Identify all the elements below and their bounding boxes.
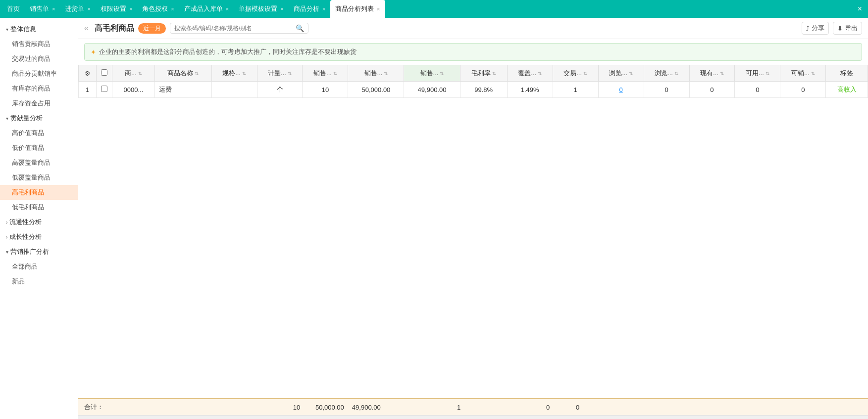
row-sales-cost: 49,900.00 — [404, 82, 460, 98]
filter-recent-month-button[interactable]: 近一月 — [138, 23, 166, 34]
footer-sales-qty: 10 — [282, 404, 311, 411]
sidebar-item-low-coverage[interactable]: 低覆盖量商品 — [0, 170, 78, 185]
sort-icon-browse1: ⇅ — [629, 71, 633, 76]
tab-sales-order[interactable]: 销售单 × — [25, 0, 60, 18]
sidebar: ▾ 整体信息 销售贡献商品 交易过的商品 商品分贡献销率 有库存的商品 库存资金… — [0, 18, 78, 419]
tab-home[interactable]: 首页 — [2, 0, 25, 18]
row-code: 0000... — [112, 82, 155, 98]
col-tag: 标签 — [826, 65, 868, 82]
sidebar-item-stock-capital[interactable]: 库存资金占用 — [0, 96, 78, 111]
col-name[interactable]: 商品名称 ⇅ — [154, 65, 211, 82]
table-header-row: ⚙ 商... ⇅ 商品名称 — [79, 65, 868, 82]
tab-role-auth[interactable]: 角色授权 × — [137, 0, 179, 18]
sidebar-group-liquidity[interactable]: › 流通性分析 — [0, 215, 78, 230]
sort-icon-sales-amount: ⇅ — [384, 71, 388, 76]
top-navigation: 首页 销售单 × 进货单 × 权限设置 × 角色授权 × 产成品入库单 × 单据… — [0, 0, 868, 18]
export-button[interactable]: ⬇ 导出 — [833, 22, 862, 35]
col-unit[interactable]: 计量... ⇅ — [257, 65, 303, 82]
close-all-tabs[interactable]: × — [854, 4, 866, 13]
sidebar-group-marketing[interactable]: ▾ 营销推广分析 — [0, 244, 78, 259]
col-coverage[interactable]: 覆盖... ⇅ — [507, 65, 553, 82]
col-spec[interactable]: 规格... ⇅ — [211, 65, 257, 82]
col-current-stock[interactable]: 现有... ⇅ — [689, 65, 735, 82]
col-saleable[interactable]: 可销... ⇅ — [780, 65, 826, 82]
bottom-scrollbar[interactable] — [78, 415, 868, 419]
product-table: ⚙ 商... ⇅ 商品名称 — [78, 65, 868, 98]
close-tab-role-auth[interactable]: × — [171, 6, 174, 12]
arrow-icon: ▾ — [6, 27, 8, 32]
col-checkbox[interactable] — [97, 65, 112, 82]
row-sales-amount: 50,000.00 — [348, 82, 404, 98]
row-name: 运费 — [154, 82, 211, 98]
col-code[interactable]: 商... ⇅ — [112, 65, 155, 82]
sidebar-item-traded-products[interactable]: 交易过的商品 — [0, 51, 78, 66]
col-gross-rate[interactable]: 毛利率 ⇅ — [460, 65, 507, 82]
sidebar-item-new-products[interactable]: 新品 — [0, 274, 78, 289]
tab-purchase-order[interactable]: 进货单 × — [60, 0, 95, 18]
sidebar-item-all-products[interactable]: 全部商品 — [0, 259, 78, 274]
tab-doc-template[interactable]: 单据模板设置 × — [234, 0, 288, 18]
settings-icon[interactable]: ⚙ — [85, 70, 91, 77]
collapse-sidebar-button[interactable]: « — [84, 24, 89, 33]
row-checkbox[interactable] — [97, 82, 112, 98]
sidebar-item-high-coverage[interactable]: 高覆盖量商品 — [0, 155, 78, 170]
col-browse2[interactable]: 浏览... ⇅ — [644, 65, 689, 82]
tab-product-inbound[interactable]: 产成品入库单 × — [179, 0, 234, 18]
sort-icon-sales-cost: ⇅ — [440, 71, 444, 76]
row-browse1[interactable]: 0 — [598, 82, 644, 98]
sidebar-item-in-stock-products[interactable]: 有库存的商品 — [0, 81, 78, 96]
row-num: 1 — [79, 82, 97, 98]
tab-product-analysis[interactable]: 商品分析 × — [289, 0, 330, 18]
search-icon[interactable]: 🔍 — [296, 24, 304, 32]
export-icon: ⬇ — [837, 25, 843, 32]
table-footer: 合计： 10 50,000.00 49,900.00 1 0 0 — [78, 398, 868, 415]
sort-icon-saleable: ⇅ — [811, 71, 815, 76]
panel-title: 高毛利商品 — [95, 23, 134, 34]
sidebar-group-contribution[interactable]: ▾ 贡献量分析 — [0, 111, 78, 126]
col-sales-amount[interactable]: 销售... ⇅ — [348, 65, 404, 82]
sidebar-item-sales-contribution[interactable]: 销售贡献商品 — [0, 37, 78, 51]
close-tab-purchase-order[interactable]: × — [87, 6, 90, 12]
table-row: 1 0000... 运费 个 10 50,000.00 49,900.00 99… — [79, 82, 868, 98]
select-all-checkbox[interactable] — [101, 69, 107, 76]
sidebar-item-low-margin[interactable]: 低毛利商品 — [0, 200, 78, 215]
sort-icon-sales-qty: ⇅ — [333, 71, 337, 76]
close-tab-sales-order[interactable]: × — [52, 6, 55, 12]
tab-product-analysis-list[interactable]: 商品分析列表 × — [330, 0, 385, 18]
sidebar-item-low-value[interactable]: 低价值商品 — [0, 140, 78, 155]
share-icon: ⤴ — [806, 25, 810, 32]
search-input[interactable] — [174, 25, 296, 32]
row-sales-qty: 10 — [303, 82, 348, 98]
close-tab-product-analysis-list[interactable]: × — [377, 6, 380, 12]
col-transactions[interactable]: 交易... ⇅ — [553, 65, 598, 82]
sidebar-group-overall[interactable]: ▾ 整体信息 — [0, 22, 78, 37]
row-coverage: 1.49% — [507, 82, 553, 98]
sidebar-item-high-margin[interactable]: 高毛利商品 — [0, 185, 78, 200]
sort-icon-transactions: ⇅ — [583, 71, 587, 76]
sidebar-group-growth[interactable]: › 成长性分析 — [0, 230, 78, 244]
col-sales-cost[interactable]: 销售... ⇅ — [404, 65, 460, 82]
row-tag: 高收入 — [826, 82, 868, 98]
sidebar-item-product-sales-rate[interactable]: 商品分贡献销率 — [0, 66, 78, 81]
close-tab-product-inbound[interactable]: × — [226, 6, 229, 12]
sort-icon-spec: ⇅ — [242, 71, 246, 76]
close-tab-product-analysis[interactable]: × — [322, 6, 325, 12]
col-sales-qty[interactable]: 销售... ⇅ — [303, 65, 348, 82]
close-tab-permission-settings[interactable]: × — [129, 6, 132, 12]
row-unit: 个 — [257, 82, 303, 98]
sort-icon-code: ⇅ — [138, 71, 142, 76]
col-settings[interactable]: ⚙ — [79, 65, 97, 82]
table-area: ⚙ 商... ⇅ 商品名称 — [78, 65, 868, 398]
close-tab-doc-template[interactable]: × — [280, 6, 283, 12]
arrow-icon-3: › — [6, 220, 7, 225]
footer-available: 0 — [563, 404, 593, 411]
col-available[interactable]: 可用... ⇅ — [735, 65, 780, 82]
row-available: 0 — [735, 82, 780, 98]
share-button[interactable]: ⤴ 分享 — [802, 22, 829, 35]
col-browse1[interactable]: 浏览... ⇅ — [598, 65, 644, 82]
panel-header: « 高毛利商品 近一月 🔍 ⤴ 分享 ⬇ 导出 — [78, 18, 868, 39]
tab-permission-settings[interactable]: 权限设置 × — [96, 0, 137, 18]
sidebar-item-high-value[interactable]: 高价值商品 — [0, 126, 78, 140]
footer-cells: 10 50,000.00 49,900.00 1 0 0 — [113, 404, 862, 411]
footer-transactions: 1 — [444, 404, 474, 411]
